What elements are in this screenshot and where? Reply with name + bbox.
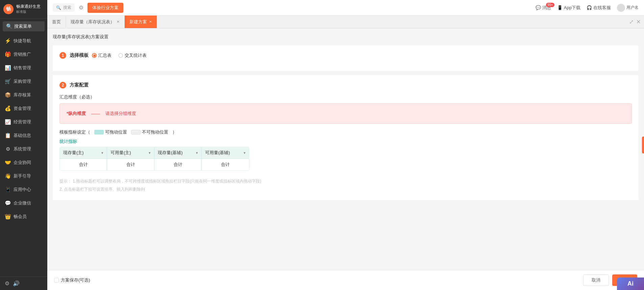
tab-close-all-icon[interactable]: ✕ xyxy=(636,19,641,25)
tabs-bar: 首页 现存量（库存状况表） ✕ 新建方案 ✕ ⤢ ✕ xyxy=(47,16,644,28)
sidebar-item-collab[interactable]: 🤝 企业协同 xyxy=(0,156,47,169)
content-area: 现存量(库存状况表)方案设置 1 选择模板 汇总表 交叉统计表 xyxy=(47,28,644,270)
main-area: 🔍 搜索 ⚙ 体验行业方案 💬 消息 99+ 📱 App下载 🎧 在线客服 用户… xyxy=(47,0,644,290)
sidebar-item-wechat[interactable]: 💬 企业微信 xyxy=(0,196,47,210)
stats-col-header-2[interactable]: 现存量(基辅) ▾ xyxy=(154,147,201,159)
stats-col-3: 可用量(基辅) ▾ 合计 xyxy=(202,147,249,170)
audio-icon[interactable]: 🔊 xyxy=(13,280,20,287)
tab-new-plan[interactable]: 新建方案 ✕ xyxy=(125,16,157,28)
sidebar-item-label: 应用中心 xyxy=(14,187,31,193)
chevron-icon-3: ▾ xyxy=(244,151,246,155)
bottom-bar: 方案保存(可选) 取消 查询 xyxy=(47,270,644,290)
sidebar-item-label: 资金管理 xyxy=(14,105,31,112)
stats-col-body-1: 合计 xyxy=(107,159,154,170)
resize-handle[interactable] xyxy=(642,137,644,153)
user-btn[interactable]: 用户名 xyxy=(617,4,639,12)
sidebar-item-search[interactable]: 🔍 搜索菜单 xyxy=(3,21,45,31)
stats-col-header-1[interactable]: 可用量(主) ▾ xyxy=(107,147,154,159)
stats-col-header-0[interactable]: 现存量(主) ▾ xyxy=(60,147,107,159)
sales-icon: 📊 xyxy=(5,65,11,71)
settings-icon[interactable]: ⚙ xyxy=(5,280,9,287)
service-btn[interactable]: 🎧 在线客服 xyxy=(587,5,611,11)
section1-title: 选择模板 xyxy=(70,52,89,58)
marketing-icon: 🎁 xyxy=(5,51,11,57)
dimension-area[interactable]: *纵向维度 —— 请选择分组维度 xyxy=(59,103,632,124)
finance-icon: 💰 xyxy=(5,105,11,112)
stats-col-header-label-3: 可用量(基辅) xyxy=(205,150,230,156)
sidebar-item-inventory[interactable]: 📦 库存核算 xyxy=(0,88,47,102)
tab-inventory[interactable]: 现存量（库存状况表） ✕ xyxy=(66,16,125,28)
save-option[interactable]: 方案保存(可选) xyxy=(54,277,90,283)
stats-col-body-2: 合计 xyxy=(154,159,201,170)
sidebar-item-label: 企业协同 xyxy=(14,160,31,166)
stats-col-header-3[interactable]: 可用量(基辅) ▾ xyxy=(202,147,249,159)
sidebar-item-label: 经营管理 xyxy=(14,119,31,125)
indicator-draggable: 可拖动位置 xyxy=(94,129,127,135)
radio-summary[interactable]: 汇总表 xyxy=(92,52,112,58)
tab-expand-icon[interactable]: ⤢ xyxy=(629,19,634,25)
save-checkbox[interactable] xyxy=(54,278,59,283)
template-radio-group: 汇总表 交叉统计表 xyxy=(92,52,147,58)
section-choose-template: 1 选择模板 汇总表 交叉统计表 xyxy=(53,45,639,71)
search-icon: 🔍 xyxy=(56,5,61,10)
tab-inventory-close[interactable]: ✕ xyxy=(117,20,120,24)
sidebar-item-finance[interactable]: 💰 资金管理 xyxy=(0,102,47,115)
search-icon: 🔍 xyxy=(6,23,12,29)
service-icon: 🎧 xyxy=(587,5,592,10)
sidebar-nav: 🔍 搜索菜单 ⚡ 快捷导航 🎁 营销推广 📊 销售管理 🛒 采购管理 📦 库存核… xyxy=(0,19,47,276)
sidebar-item-marketing[interactable]: 🎁 营销推广 xyxy=(0,48,47,61)
appstore-icon: 📱 xyxy=(5,187,11,193)
sidebar: 畅 畅康通好生意 标准版 🔍 搜索菜单 ⚡ 快捷导航 🎁 营销推广 📊 销售管理… xyxy=(0,0,47,290)
inventory-icon: 📦 xyxy=(5,92,11,98)
sidebar-footer: ⚙ 🔊 xyxy=(0,276,47,290)
message-btn[interactable]: 💬 消息 99+ xyxy=(536,5,551,11)
section2-header: 2 方案配置 xyxy=(59,82,632,89)
vertical-dimension-label: *纵向维度 xyxy=(67,111,86,117)
basic-info-icon: 📋 xyxy=(5,132,11,139)
section-plan-config: 2 方案配置 汇总维度（必选） *纵向维度 —— 请选择分组维度 模板指标设定（… xyxy=(53,75,639,200)
topbar-search[interactable]: 🔍 搜索 xyxy=(53,3,75,12)
trial-btn[interactable]: 体验行业方案 xyxy=(88,3,123,13)
dimension-required-label: 汇总维度（必选） xyxy=(59,94,632,100)
app-logo-icon: 畅 xyxy=(3,4,14,14)
chevron-icon-0: ▾ xyxy=(101,151,103,155)
sidebar-item-label: 系统管理 xyxy=(14,146,31,152)
vip-icon: 👑 xyxy=(5,214,11,220)
indicator-suffix: ） xyxy=(172,129,177,135)
sidebar-search-label: 搜索菜单 xyxy=(14,23,32,29)
sidebar-item-quicknav[interactable]: ⚡ 快捷导航 xyxy=(0,34,47,48)
tab-new-plan-close[interactable]: ✕ xyxy=(149,20,152,24)
draggable-box xyxy=(94,130,104,135)
sidebar-item-purchase[interactable]: 🛒 采购管理 xyxy=(0,75,47,88)
sidebar-item-management[interactable]: 📈 经营管理 xyxy=(0,115,47,129)
management-icon: 📈 xyxy=(5,119,11,125)
message-badge: 99+ xyxy=(546,3,554,7)
purchase-icon: 🛒 xyxy=(5,78,11,84)
sidebar-item-appstore[interactable]: 📱 应用中心 xyxy=(0,183,47,196)
app-download-btn[interactable]: 📱 App下载 xyxy=(557,5,580,11)
tab-inventory-label: 现存量（库存状况表） xyxy=(71,19,115,25)
app-logo-text-block: 畅康通好生意 标准版 xyxy=(16,4,41,14)
sidebar-item-newguide[interactable]: 👋 新手引导 xyxy=(0,169,47,183)
sidebar-item-vip[interactable]: 👑 畅会员 xyxy=(0,210,47,223)
tab-new-plan-label: 新建方案 xyxy=(129,19,147,25)
stats-col-1: 可用量(主) ▾ 合计 xyxy=(107,147,154,170)
sidebar-item-label: 采购管理 xyxy=(14,78,31,84)
radio-cross[interactable]: 交叉统计表 xyxy=(118,52,147,58)
user-avatar xyxy=(617,4,625,12)
ai-fab-button[interactable]: Ai xyxy=(617,277,644,290)
app-name: 畅康通好生意 xyxy=(16,4,41,9)
stats-col-0: 现存量(主) ▾ 合计 xyxy=(60,147,107,170)
gear-button[interactable]: ⚙ xyxy=(79,4,83,11)
draggable-label: 可拖动位置 xyxy=(105,129,127,135)
sidebar-item-label: 基础信息 xyxy=(14,132,31,139)
fixed-box xyxy=(131,130,141,135)
tab-home-label: 首页 xyxy=(52,19,61,25)
sidebar-item-system[interactable]: ⚙ 系统管理 xyxy=(0,142,47,156)
stats-title: 统计指标 xyxy=(59,139,632,145)
tab-home[interactable]: 首页 xyxy=(47,16,66,28)
cancel-button[interactable]: 取消 xyxy=(583,274,609,286)
tabs-actions: ⤢ ✕ xyxy=(626,19,644,25)
sidebar-item-sales[interactable]: 📊 销售管理 xyxy=(0,61,47,75)
sidebar-item-basic-info[interactable]: 📋 基础信息 xyxy=(0,129,47,142)
